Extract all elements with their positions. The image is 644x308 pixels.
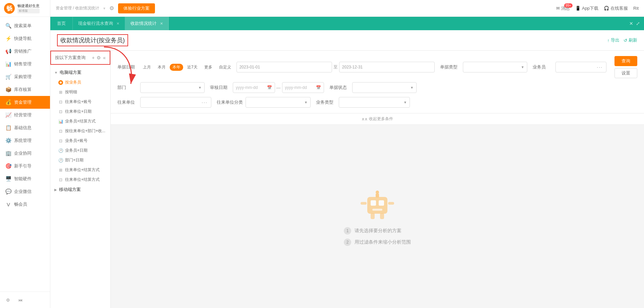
- collapse-up-icon: ∧∧: [362, 117, 368, 121]
- sidebar-item-purchase[interactable]: 🛒 采购管理: [0, 70, 50, 83]
- query-button[interactable]: 查询: [614, 56, 637, 66]
- sidebar-item-label: 新手引导: [14, 163, 32, 169]
- scheme-tree: ▼ 电脑端方案 按业务员 ⊞ 按明细 ⊡ 往来: [50, 65, 110, 308]
- date-btn-this-year[interactable]: 本年: [170, 64, 183, 71]
- messages-btn[interactable]: ✉ 消息 99+: [556, 5, 570, 11]
- tree-group-mobile-label: 移动端方案: [59, 187, 81, 193]
- sidebar-item-guide[interactable]: 🎯 新手引导: [0, 160, 50, 172]
- collapse-button[interactable]: ∧∧ 收起更多条件: [362, 116, 393, 122]
- trial-button[interactable]: 体验行业方案: [118, 3, 155, 13]
- date-btn-this-month[interactable]: 本月: [155, 64, 168, 71]
- tree-item-salesman-settlement[interactable]: 📊 业务员+结算方式: [50, 116, 110, 126]
- sidebar-item-quick-nav[interactable]: ⚡ 快捷导航: [0, 32, 50, 45]
- review-date-from-input[interactable]: yyyy-mm-dd 📅: [233, 82, 275, 93]
- counterpart-cat-arrow-icon: ▾: [305, 100, 307, 105]
- tab-maximize-icon[interactable]: ⤢: [636, 21, 640, 26]
- sidebar-item-label: 资金管理: [14, 99, 32, 105]
- svg-rect-0: [367, 197, 387, 214]
- empty-robot-icon: [357, 187, 397, 220]
- sidebar-item-wechat[interactable]: 💬 企业微信: [0, 185, 50, 198]
- topbar-settings-icon[interactable]: ⚙: [109, 5, 114, 11]
- scheme-settings-icon[interactable]: ⚙: [97, 55, 101, 60]
- counterpart-more-icon[interactable]: ···: [202, 100, 208, 105]
- scheme-add-icon[interactable]: +: [92, 55, 95, 60]
- dept-select[interactable]: ▾: [140, 82, 205, 93]
- refresh-button[interactable]: ↺ 刷新: [624, 37, 637, 43]
- tab-bank-close-icon[interactable]: ✕: [116, 21, 119, 26]
- tree-item-label: 业务员+结算方式: [65, 118, 96, 124]
- tree-group-mobile-header[interactable]: ▶ 移动端方案: [50, 185, 110, 195]
- tab-home[interactable]: 首页: [50, 17, 73, 30]
- voucher-status-select[interactable]: ▾: [352, 82, 417, 93]
- scheme-collapse-icon[interactable]: «: [103, 55, 106, 60]
- topbar: 资金管理 / 收款情况统计 ▾ ⚙ 体验行业方案 ✉ 消息 99+ 📱 App下…: [50, 0, 644, 17]
- salesman-select[interactable]: ···: [555, 62, 606, 72]
- tab-bank[interactable]: 现金银行流水查询 ✕: [73, 17, 125, 30]
- sidebar-item-finance[interactable]: 💰 资金管理: [0, 96, 50, 109]
- sidebar-item-member[interactable]: V 畅会员: [0, 198, 50, 211]
- logo-area: 畅 畅捷通好生意 标准版: [0, 0, 50, 17]
- date-from-value: 2023-01-01: [239, 65, 260, 69]
- sidebar-item-hardware[interactable]: 🖥️ 智能硬件: [0, 172, 50, 185]
- date-btn-last-month[interactable]: 上月: [140, 64, 154, 71]
- sidebar-item-marketing[interactable]: 📢 营销推广: [0, 45, 50, 58]
- sidebar-item-inventory[interactable]: 📦 库存核算: [0, 83, 50, 96]
- tree-group-pc-header[interactable]: ▼ 电脑端方案: [50, 67, 110, 78]
- salesman-more-icon[interactable]: ···: [597, 64, 603, 70]
- sidebar-item-label: 基础信息: [14, 125, 32, 131]
- sidebar-item-enterprise[interactable]: 🏢 企业协同: [0, 147, 50, 160]
- export-button[interactable]: ↑ 导出: [607, 37, 620, 43]
- sidebar-item-basic[interactable]: 📋 基础信息: [0, 121, 50, 134]
- voucher-status-arrow-icon: ▾: [411, 85, 413, 90]
- filter-settings-button[interactable]: 设置: [614, 68, 637, 78]
- sidebar-item-label: 智能硬件: [14, 176, 32, 182]
- tree-item-unit-settle2[interactable]: ⊡ 往来单位+结算方式: [50, 175, 110, 185]
- user-area[interactable]: Rit: [633, 6, 639, 11]
- collapse-sidebar-btn[interactable]: ⏮: [15, 295, 25, 305]
- counterpart-category-select[interactable]: ▾: [246, 97, 311, 108]
- empty-step-1: 1 请先选择要分析的方案: [344, 227, 411, 235]
- date-btn-custom[interactable]: 自定义: [216, 64, 234, 71]
- tree-item-dept-date[interactable]: 🕐 部门+日期: [50, 155, 110, 165]
- scheme-panel: 按以下方案查询 + ⚙ « ▼ 电脑端方案: [50, 51, 111, 308]
- date-btn-7days[interactable]: 近7天: [184, 64, 200, 71]
- filter-counterpart: 往来单位 ···: [117, 97, 211, 108]
- date-to-input[interactable]: 2023-12-31: [339, 62, 435, 72]
- tab-collection[interactable]: 收款情况统计 ✕: [125, 17, 169, 30]
- tab-close-all-icon[interactable]: ✕: [629, 21, 633, 26]
- sidebar-item-search[interactable]: 🔍 搜索菜单: [0, 19, 50, 32]
- tab-collection-close-icon[interactable]: ✕: [160, 21, 163, 26]
- refresh-icon: ↺: [624, 38, 627, 43]
- sidebar-item-sales[interactable]: 📊 销售管理: [0, 58, 50, 70]
- step-2-text: 用过滤条件来缩小分析范围: [355, 239, 411, 245]
- tree-item-salesman[interactable]: 按业务员: [50, 78, 110, 87]
- tree-item-unit-date[interactable]: ⊡ 往来单位+日期: [50, 107, 110, 116]
- tree-item-salesman-date[interactable]: 🕐 业务员+日期: [50, 146, 110, 155]
- wechat-icon: 💬: [5, 189, 11, 195]
- tree-item-label: 部门+日期: [65, 157, 84, 163]
- review-from-placeholder: yyyy-mm-dd: [236, 85, 258, 90]
- step-num-1: 1: [344, 227, 351, 235]
- breadcrumb: 资金管理 / 收款情况统计: [56, 5, 99, 11]
- tree-item-unit-settle1[interactable]: ⊞ 往来单位+结算方式: [50, 165, 110, 175]
- query-area: 单据日期 上月 本月 本年 近7天 更多 自定义: [111, 51, 644, 308]
- review-date-to-input[interactable]: yyyy-mm-dd 📅: [282, 82, 324, 93]
- online-service-btn[interactable]: 🎧 在线客服: [604, 5, 628, 11]
- voucher-type-select[interactable]: ▾: [463, 62, 527, 72]
- app-download-btn[interactable]: 📱 App下载: [575, 5, 598, 11]
- empty-step-2: 2 用过滤条件来缩小分析范围: [344, 239, 411, 246]
- tree-item-unit-dept[interactable]: ⊡ 按往来单位+部门+收...: [50, 126, 110, 136]
- tree-item-unit-account[interactable]: ⊡ 往来单位+账号: [50, 97, 110, 107]
- guide-icon: 🎯: [5, 163, 11, 169]
- tree-item-detail[interactable]: ⊞ 按明细: [50, 87, 110, 97]
- date-range-inputs: 2023-01-01 至 2023-12-31: [236, 62, 435, 72]
- sidebar-item-system[interactable]: ⚙️ 系统管理: [0, 134, 50, 147]
- date-btn-more[interactable]: 更多: [202, 64, 215, 71]
- dept-arrow-icon: ▾: [199, 85, 201, 90]
- business-type-select[interactable]: ▾: [339, 97, 410, 108]
- counterpart-select[interactable]: ···: [140, 97, 211, 108]
- settings-footer-btn[interactable]: ⚙: [3, 295, 13, 305]
- sidebar-item-operation[interactable]: 📈 经营管理: [0, 109, 50, 121]
- date-from-input[interactable]: 2023-01-01: [236, 62, 332, 72]
- tree-item-salesman-account[interactable]: ⊡ 业务员+账号: [50, 136, 110, 146]
